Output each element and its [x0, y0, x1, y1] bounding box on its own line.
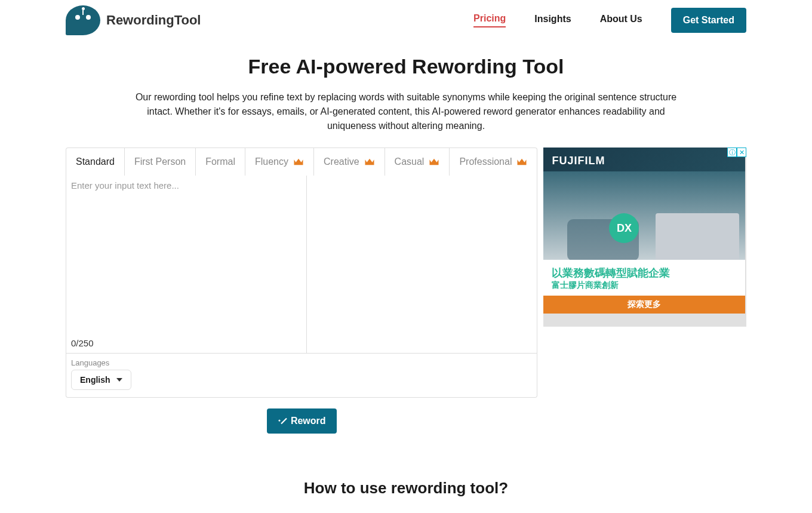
tab-label: Fluency [255, 156, 288, 167]
tab-first-person[interactable]: First Person [125, 148, 196, 176]
how-to-section: How to use rewording tool? [0, 443, 812, 513]
crown-icon [516, 158, 527, 166]
input-textarea[interactable] [71, 180, 302, 334]
reword-button-wrap: Reword [66, 408, 537, 434]
tab-formal[interactable]: Formal [196, 148, 245, 176]
ad-brand: FUJIFILM [552, 155, 605, 167]
get-started-button[interactable]: Get Started [671, 8, 746, 33]
text-panels: 0/250 [66, 176, 537, 354]
tab-creative[interactable]: Creative [314, 148, 385, 176]
ad-corner: ⓘ ✕ [727, 148, 746, 157]
page-title: Free AI-powered Rewording Tool [107, 55, 705, 78]
char-count: 0/250 [71, 338, 302, 348]
nav-pricing[interactable]: Pricing [473, 13, 506, 27]
crown-icon [364, 158, 375, 166]
tab-label: First Person [134, 156, 186, 167]
hero: Free AI-powered Rewording Tool Our rewor… [0, 41, 812, 138]
language-select[interactable]: English [71, 370, 131, 390]
output-panel [307, 176, 537, 353]
language-selected: English [80, 375, 110, 385]
crown-icon [293, 158, 304, 166]
tab-professional[interactable]: Professional [450, 148, 537, 176]
input-panel: 0/250 [66, 176, 307, 353]
tab-label: Creative [324, 156, 359, 167]
language-label: Languages [71, 358, 532, 367]
ad-content: FUJIFILM DX 以業務數碼轉型賦能企業 富士膠片商業創新 探索更多 [543, 148, 745, 314]
crown-icon [429, 158, 439, 166]
ad-headline: 以業務數碼轉型賦能企業 [552, 266, 737, 280]
header: RewordingTool Pricing Insights About Us … [0, 0, 812, 41]
tab-label: Professional [459, 156, 512, 167]
tab-label: Casual [395, 156, 425, 167]
reword-button[interactable]: Reword [267, 408, 337, 434]
ad-laptop [656, 213, 739, 267]
caret-down-icon [116, 377, 122, 383]
nav-about[interactable]: About Us [600, 14, 642, 27]
nav: Pricing Insights About Us Get Started [473, 8, 746, 33]
tab-standard[interactable]: Standard [66, 148, 125, 176]
main-content: Standard First Person Formal Fluency Cre… [0, 138, 812, 443]
hero-description: Our rewording tool helps you refine text… [131, 90, 681, 133]
tab-label: Standard [76, 156, 115, 167]
mode-tabs: Standard First Person Formal Fluency Cre… [66, 148, 537, 176]
logo-icon [66, 5, 100, 35]
tab-fluency[interactable]: Fluency [245, 148, 314, 176]
reword-button-label: Reword [291, 416, 326, 426]
how-to-title: How to use rewording tool? [0, 479, 812, 497]
ad-image: DX [543, 171, 745, 267]
logo-text: RewordingTool [106, 13, 201, 28]
tab-label: Formal [205, 156, 235, 167]
logo[interactable]: RewordingTool [66, 5, 201, 35]
ad-text-band: 以業務數碼轉型賦能企業 富士膠片商業創新 [543, 260, 745, 297]
ad-cta[interactable]: 探索更多 [543, 296, 745, 314]
ad-close-icon[interactable]: ✕ [737, 148, 746, 157]
wand-icon [278, 416, 288, 426]
nav-insights[interactable]: Insights [534, 14, 571, 27]
ad-info-icon[interactable]: ⓘ [727, 148, 737, 157]
tool-area: Standard First Person Formal Fluency Cre… [66, 148, 537, 434]
tab-casual[interactable]: Casual [385, 148, 450, 176]
ad-area[interactable]: FUJIFILM DX 以業務數碼轉型賦能企業 富士膠片商業創新 探索更多 ⓘ … [543, 148, 746, 327]
bottom-bar: Languages English [66, 354, 537, 398]
ad-subline: 富士膠片商業創新 [552, 280, 737, 291]
